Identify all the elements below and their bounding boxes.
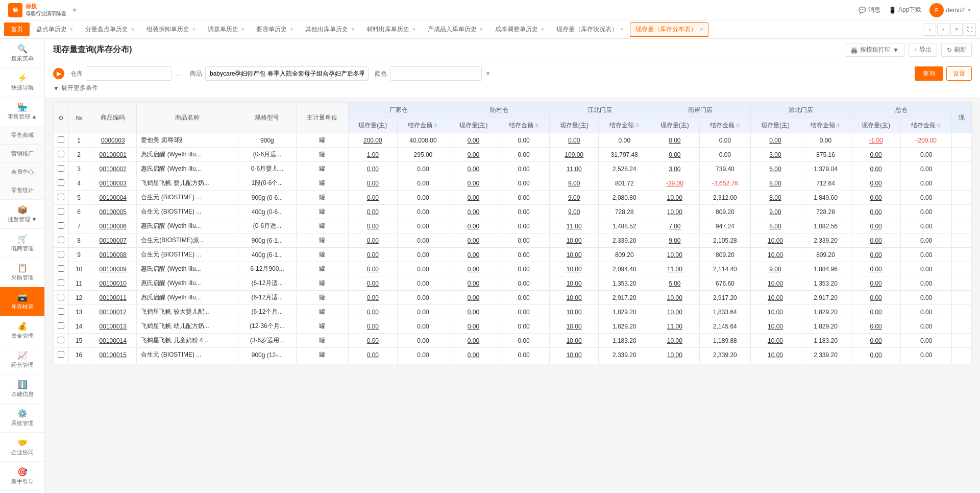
row-lucun-qty[interactable]: 0.00 — [449, 219, 498, 233]
row-total-qty[interactable]: 0.00 — [851, 262, 901, 276]
sidebar-item-finance[interactable]: 💰 资金管理 — [0, 316, 44, 345]
tab-fenpandian[interactable]: 分量盘点单历史 × — [80, 22, 140, 36]
row-checkbox[interactable] — [54, 176, 69, 191]
row-lucun-qty[interactable]: 0.00 — [449, 305, 498, 319]
row-factory-qty[interactable]: 0.00 — [348, 248, 398, 262]
row-lucun-qty[interactable]: 0.00 — [449, 248, 498, 262]
row-jiangbei-qty[interactable]: 10.00 — [549, 233, 599, 248]
row-nanan-qty[interactable]: -39.00 — [650, 176, 700, 191]
tab-diaobao[interactable]: 调拨单历史 × — [202, 22, 250, 36]
row-factory-qty[interactable]: 0.00 — [348, 219, 398, 233]
row-factory-qty[interactable]: 200.00 — [348, 133, 398, 148]
close-icon[interactable]: × — [290, 27, 293, 32]
message-button[interactable]: 💬 消息 — [859, 6, 880, 14]
row-lucun-qty[interactable]: 0.00 — [449, 176, 498, 191]
row-lucun-qty[interactable]: 0.00 — [449, 191, 498, 205]
row-lucun-qty[interactable]: 0.00 — [449, 334, 498, 348]
close-icon[interactable]: × — [351, 27, 354, 32]
row-yubei-qty[interactable]: 10.00 — [751, 233, 800, 248]
row-checkbox[interactable] — [54, 291, 69, 305]
row-jiangbei-qty[interactable]: 10.00 — [549, 291, 599, 305]
row-total-qty[interactable]: 0.00 — [851, 191, 901, 205]
row-checkbox[interactable] — [54, 276, 69, 291]
row-nanan-qty[interactable]: 7.00 — [650, 219, 700, 233]
setting-button[interactable]: 设置 — [946, 66, 972, 81]
row-nanan-qty[interactable]: 0.00 — [650, 148, 700, 162]
row-jiangbei-qty[interactable]: 11.00 — [549, 162, 599, 176]
expand-icon[interactable]: ▶ — [53, 68, 64, 79]
row-yubei-qty[interactable]: 8.00 — [751, 219, 800, 233]
row-jiangbei-qty[interactable]: 10.00 — [549, 334, 599, 348]
tab-yaohuo[interactable]: 要货单历史 × — [251, 22, 299, 36]
row-nanan-qty[interactable]: 10.00 — [650, 248, 700, 262]
nav-fullscreen-button[interactable]: ⛶ — [964, 24, 976, 36]
row-factory-qty[interactable]: 0.00 — [348, 262, 398, 276]
row-jiangbei-qty[interactable]: 9.00 — [549, 191, 599, 205]
row-lucun-qty[interactable]: 0.00 — [449, 205, 498, 219]
row-jiangbei-qty[interactable]: 10.00 — [549, 276, 599, 291]
row-nanan-qty[interactable]: 11.00 — [650, 262, 700, 276]
row-lucun-qty[interactable]: 0.00 — [449, 162, 498, 176]
nav-close-all-button[interactable]: × — [950, 24, 963, 36]
row-jiangbei-qty[interactable]: 9.00 — [549, 176, 599, 191]
sidebar-item-members[interactable]: 会员中心 — [0, 163, 44, 181]
row-total-qty[interactable]: 0.00 — [851, 362, 901, 364]
row-code[interactable]: 0000003 — [89, 133, 137, 148]
sidebar-item-retail-mgmt[interactable]: 🏪 零售管理 ▲ — [0, 97, 44, 126]
expand-more-conditions[interactable]: ▼ 展开更多条件 — [53, 84, 972, 92]
row-code[interactable]: 00100007 — [89, 233, 137, 248]
row-jiangbei-qty[interactable]: 10.00 — [549, 262, 599, 276]
color-input[interactable] — [390, 66, 482, 81]
row-nanan-qty[interactable]: 10.00 — [650, 305, 700, 319]
row-checkbox[interactable] — [54, 362, 69, 364]
close-icon[interactable]: × — [480, 27, 483, 32]
row-total-qty[interactable]: 0.00 — [851, 219, 901, 233]
tab-pandian[interactable]: 盘点单历史 × — [31, 22, 79, 36]
expand-toggle[interactable]: ▶ — [53, 68, 64, 79]
row-total-qty[interactable]: 0.00 — [851, 305, 901, 319]
row-checkbox[interactable] — [54, 191, 69, 205]
row-total-qty[interactable]: 0.00 — [851, 348, 901, 362]
close-icon[interactable]: × — [192, 27, 195, 32]
row-code[interactable]: 00100002 — [89, 162, 137, 176]
row-factory-qty[interactable]: 0.00 — [348, 233, 398, 248]
row-nanan-qty[interactable]: 10.00 — [650, 348, 700, 362]
row-checkbox[interactable] — [54, 334, 69, 348]
row-code[interactable]: 00100014 — [89, 334, 137, 348]
row-nanan-qty[interactable]: 10.00 — [650, 205, 700, 219]
row-yubei-qty[interactable]: 10.00 — [751, 319, 800, 334]
tab-qitachuku[interactable]: 其他出库单历史 × — [300, 22, 360, 36]
row-yubei-qty[interactable]: 10.00 — [751, 248, 800, 262]
row-checkbox[interactable] — [54, 219, 69, 233]
nav-prev-button[interactable]: ‹ — [924, 24, 936, 36]
row-code[interactable]: 00100011 — [89, 291, 137, 305]
product-input[interactable] — [205, 66, 369, 81]
row-total-qty[interactable]: 0.00 — [851, 176, 901, 191]
info-icon[interactable]: ① — [836, 123, 841, 128]
row-checkbox[interactable] — [54, 248, 69, 262]
tab-xiancunliang-status[interactable]: 现存量（库存状况表） × — [551, 22, 629, 36]
sidebar-item-apps[interactable]: 📱 应用中心 — [0, 491, 44, 493]
row-factory-qty[interactable]: 0.00 — [348, 334, 398, 348]
row-lucun-qty[interactable]: 0.00 — [449, 262, 498, 276]
sidebar-item-retail-stats[interactable]: 零售统计 — [0, 181, 44, 200]
user-menu[interactable]: E demo2 ▼ — [929, 3, 972, 17]
table-scroll[interactable]: ⚙ № 商品编码 商品名称 规格型号 主计量单位 厂家仓 陆村仓 江北门店 南岸… — [53, 98, 972, 364]
row-yubei-qty[interactable]: 10.00 — [751, 334, 800, 348]
row-checkbox[interactable] — [54, 305, 69, 319]
close-icon[interactable]: × — [131, 27, 134, 32]
row-jiangbei-qty[interactable]: 109.00 — [549, 148, 599, 162]
row-code[interactable]: 00100012 — [89, 305, 137, 319]
tab-cailiaochu[interactable]: 材料出库单历史 × — [361, 22, 421, 36]
row-factory-qty[interactable]: 0.00 — [348, 319, 398, 334]
row-checkbox[interactable] — [54, 319, 69, 334]
row-nanan-qty[interactable]: 11.00 — [650, 319, 700, 334]
row-code[interactable]: 00100008 — [89, 248, 137, 262]
row-total-qty[interactable]: 0.00 — [851, 205, 901, 219]
info-icon[interactable]: ① — [534, 123, 539, 128]
sidebar-item-guide[interactable]: 🎯 新手引导 — [0, 462, 44, 491]
row-lucun-qty[interactable]: 0.00 — [449, 291, 498, 305]
row-lucun-qty[interactable]: 0.00 — [449, 276, 498, 291]
row-jiangbei-qty[interactable]: 10.00 — [549, 248, 599, 262]
sidebar-item-purchase[interactable]: 📋 采购管理 — [0, 258, 44, 287]
